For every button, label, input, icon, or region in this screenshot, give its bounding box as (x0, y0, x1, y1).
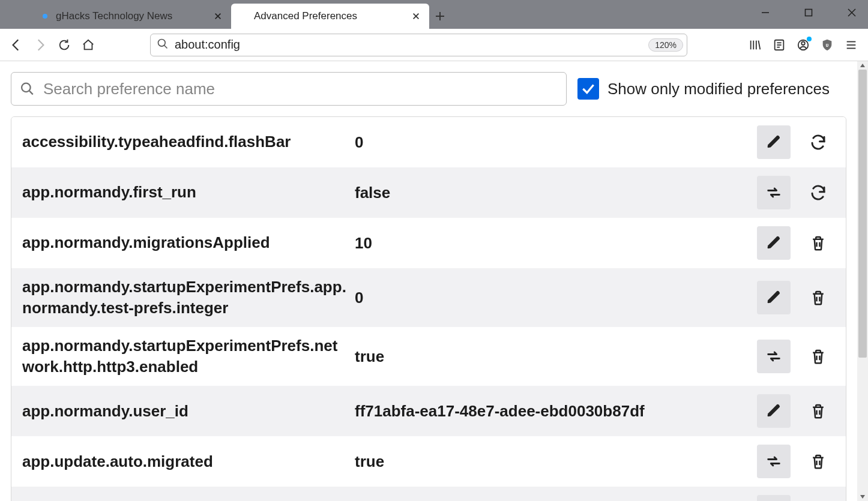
pref-value: ff71abfa-ea17-48e7-adee-ebd0030b87df (355, 402, 749, 421)
pref-search-box[interactable] (11, 72, 567, 106)
pref-row: accessibility.typeaheadfind.flashBar0 (11, 117, 846, 167)
account-icon[interactable] (795, 37, 812, 53)
svg-point-21 (801, 41, 805, 45)
pref-name: accessibility.typeaheadfind.flashBar (22, 131, 346, 152)
pref-delete-button[interactable] (801, 394, 835, 428)
svg-point-10 (158, 39, 166, 46)
browser-tab[interactable]: Advanced Preferences (231, 4, 429, 29)
tab-title: Advanced Preferences (254, 10, 404, 22)
pref-edit-button[interactable] (757, 226, 791, 260)
pref-row: app.update.auto.migratedtrue (11, 436, 846, 487)
pref-delete-button[interactable] (801, 495, 835, 501)
library-icon[interactable] (747, 37, 764, 53)
pref-name: app.normandy.user_id (22, 401, 346, 422)
pref-row: app.normandy.startupExperimentPrefs.netw… (11, 327, 846, 386)
svg-marker-28 (860, 64, 865, 67)
forward-button[interactable] (30, 35, 50, 55)
pref-value: 10 (355, 234, 749, 253)
shield-icon[interactable]: υ (819, 37, 836, 53)
svg-line-11 (164, 45, 167, 48)
show-modified-checkbox[interactable] (577, 78, 599, 100)
toolbar-right: υ (747, 37, 860, 53)
svg-marker-29 (860, 495, 865, 499)
show-modified-label: Show only modified preferences (607, 80, 830, 98)
titlebar: gHacks Technology NewsAdvanced Preferenc… (0, 0, 868, 29)
pref-name: app.normandy.startupExperimentPrefs.netw… (22, 335, 346, 377)
pref-reset-button[interactable] (801, 125, 835, 159)
back-button[interactable] (6, 35, 26, 55)
search-icon (20, 81, 35, 97)
close-window-button[interactable] (838, 2, 866, 23)
pref-name: app.normandy.migrationsApplied (22, 232, 346, 253)
pref-edit-button[interactable] (757, 495, 791, 501)
reload-button[interactable] (54, 35, 74, 55)
pref-toggle-button[interactable] (757, 176, 791, 209)
new-tab-button[interactable] (429, 4, 451, 29)
svg-line-15 (759, 40, 761, 49)
pref-delete-button[interactable] (801, 340, 835, 373)
pref-edit-button[interactable] (757, 394, 791, 428)
pref-edit-button[interactable] (757, 125, 791, 159)
pref-value: 0 (355, 133, 749, 152)
svg-point-26 (22, 83, 31, 92)
url-bar[interactable]: about:config 120% (150, 34, 687, 56)
pref-name: app.normandy.startupExperimentPrefs.app.… (22, 277, 346, 319)
pref-value: true (355, 452, 749, 471)
page-content: Show only modified preferences accessibi… (0, 61, 857, 501)
url-text[interactable]: about:config (175, 38, 642, 52)
browser-tab[interactable]: gHacks Technology News (33, 4, 231, 29)
reader-icon[interactable] (771, 37, 788, 53)
check-icon (580, 81, 596, 97)
close-tab-button[interactable] (212, 10, 224, 22)
app-menu-button[interactable] (843, 37, 860, 53)
pref-value: true (355, 347, 749, 366)
maximize-button[interactable] (795, 2, 822, 23)
pref-name: app.update.auto.migrated (22, 451, 346, 472)
svg-line-27 (29, 91, 33, 95)
favicon-icon (238, 11, 248, 21)
pref-edit-button[interactable] (757, 281, 791, 314)
pref-value: false (355, 184, 749, 202)
home-button[interactable] (78, 35, 98, 55)
pref-row: app.update.download.attempts0 (11, 487, 846, 501)
pref-toggle-button[interactable] (757, 340, 791, 373)
notification-dot-icon (807, 37, 812, 41)
nav-toolbar: about:config 120% υ (0, 29, 868, 61)
zoom-indicator[interactable]: 120% (648, 38, 683, 52)
pref-row: app.normandy.startupExperimentPrefs.app.… (11, 268, 846, 327)
window-controls (752, 0, 868, 29)
pref-value: 0 (355, 289, 749, 307)
svg-text:υ: υ (826, 42, 829, 47)
pref-name: app.normandy.first_run (22, 182, 346, 203)
pref-search-input[interactable] (43, 80, 558, 98)
close-tab-button[interactable] (410, 10, 422, 22)
pref-row: app.normandy.migrationsApplied10 (11, 218, 846, 268)
svg-rect-7 (806, 10, 812, 16)
pref-reset-button[interactable] (801, 176, 835, 209)
tab-title: gHacks Technology News (56, 10, 206, 22)
preferences-table: accessibility.typeaheadfind.flashBar0app… (11, 116, 846, 501)
pref-delete-button[interactable] (801, 281, 835, 314)
favicon-icon (40, 11, 50, 21)
scrollbar-thumb[interactable] (858, 70, 867, 358)
pref-row: app.normandy.user_idff71abfa-ea17-48e7-a… (11, 386, 846, 436)
pref-delete-button[interactable] (801, 226, 835, 260)
pref-toggle-button[interactable] (757, 445, 791, 478)
pref-delete-button[interactable] (801, 445, 835, 478)
search-icon (157, 38, 169, 52)
minimize-button[interactable] (752, 2, 779, 23)
pref-row: app.normandy.first_runfalse (11, 167, 846, 218)
vertical-scrollbar[interactable] (857, 61, 868, 501)
tab-strip: gHacks Technology NewsAdvanced Preferenc… (0, 0, 752, 29)
